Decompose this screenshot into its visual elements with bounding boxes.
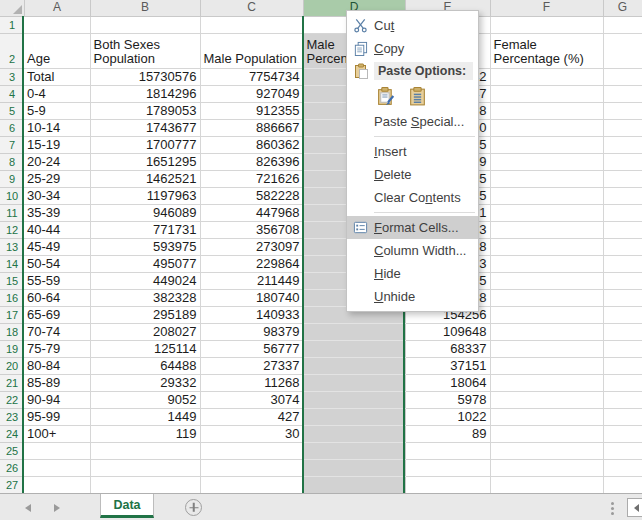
scroll-left-button[interactable] <box>627 498 642 517</box>
cell-G15[interactable] <box>603 272 642 289</box>
cell-G21[interactable] <box>603 374 642 391</box>
cell-C16[interactable]: 180740 <box>200 289 303 306</box>
cell-A6[interactable]: 10-14 <box>24 119 90 136</box>
cell-G19[interactable] <box>603 340 642 357</box>
sheet-nav-previous-icon[interactable] <box>25 504 31 512</box>
cell-B10[interactable]: 1197963 <box>90 187 200 204</box>
cell-F13[interactable] <box>490 238 603 255</box>
cell-A19[interactable]: 75-79 <box>24 340 90 357</box>
cell-A18[interactable]: 70-74 <box>24 323 90 340</box>
cell-A20[interactable]: 80-84 <box>24 357 90 374</box>
cell-G6[interactable] <box>603 119 642 136</box>
cell-G5[interactable] <box>603 102 642 119</box>
cell-C13[interactable]: 273097 <box>200 238 303 255</box>
add-sheet-button[interactable] <box>185 499 202 516</box>
cell-C27[interactable] <box>200 476 303 493</box>
cell-G14[interactable] <box>603 255 642 272</box>
cell-B12[interactable]: 771731 <box>90 221 200 238</box>
cell-C23[interactable]: 427 <box>200 408 303 425</box>
paste-values-button[interactable] <box>405 84 429 108</box>
cell-G1[interactable] <box>603 16 642 33</box>
row-header-17[interactable]: 17 <box>0 306 24 323</box>
cell-D18[interactable] <box>303 323 405 340</box>
cell-A1[interactable] <box>24 16 90 33</box>
row-header-18[interactable]: 18 <box>0 323 24 340</box>
cell-F2[interactable]: Female Percentage (%) <box>490 33 603 68</box>
row-header-26[interactable]: 26 <box>0 459 24 476</box>
cell-C15[interactable]: 211449 <box>200 272 303 289</box>
cell-C9[interactable]: 721626 <box>200 170 303 187</box>
row-header-15[interactable]: 15 <box>0 272 24 289</box>
cell-C19[interactable]: 56777 <box>200 340 303 357</box>
row-header-27[interactable]: 27 <box>0 476 24 493</box>
cell-F23[interactable] <box>490 408 603 425</box>
cell-G25[interactable] <box>603 442 642 459</box>
cell-C6[interactable]: 886667 <box>200 119 303 136</box>
cell-A13[interactable]: 45-49 <box>24 238 90 255</box>
menu-item-hide[interactable]: Hide <box>347 262 478 285</box>
cell-A3[interactable]: Total <box>24 68 90 85</box>
cell-F7[interactable] <box>490 136 603 153</box>
row-header-6[interactable]: 6 <box>0 119 24 136</box>
cell-C10[interactable]: 582228 <box>200 187 303 204</box>
cell-A7[interactable]: 15-19 <box>24 136 90 153</box>
cell-B13[interactable]: 593975 <box>90 238 200 255</box>
row-header-13[interactable]: 13 <box>0 238 24 255</box>
cell-B25[interactable] <box>90 442 200 459</box>
select-all-corner[interactable] <box>0 0 24 16</box>
cell-E21[interactable]: 18064 <box>405 374 490 391</box>
cell-G20[interactable] <box>603 357 642 374</box>
cell-G22[interactable] <box>603 391 642 408</box>
cell-F18[interactable] <box>490 323 603 340</box>
cell-B1[interactable] <box>90 16 200 33</box>
cell-G23[interactable] <box>603 408 642 425</box>
cell-F20[interactable] <box>490 357 603 374</box>
cell-D23[interactable] <box>303 408 405 425</box>
cell-C11[interactable]: 447968 <box>200 204 303 221</box>
cell-C25[interactable] <box>200 442 303 459</box>
row-header-20[interactable]: 20 <box>0 357 24 374</box>
cell-C14[interactable]: 229864 <box>200 255 303 272</box>
cell-C22[interactable]: 3074 <box>200 391 303 408</box>
cell-B17[interactable]: 295189 <box>90 306 200 323</box>
cell-B15[interactable]: 449024 <box>90 272 200 289</box>
row-header-24[interactable]: 24 <box>0 425 24 442</box>
cell-E27[interactable] <box>405 476 490 493</box>
cell-F24[interactable] <box>490 425 603 442</box>
cell-E24[interactable]: 89 <box>405 425 490 442</box>
row-header-7[interactable]: 7 <box>0 136 24 153</box>
cell-B2[interactable]: Both Sexes Population <box>90 33 200 68</box>
cell-A17[interactable]: 65-69 <box>24 306 90 323</box>
cell-E22[interactable]: 5978 <box>405 391 490 408</box>
cell-B24[interactable]: 119 <box>90 425 200 442</box>
cell-D25[interactable] <box>303 442 405 459</box>
cell-F14[interactable] <box>490 255 603 272</box>
cell-E19[interactable]: 68337 <box>405 340 490 357</box>
cell-D22[interactable] <box>303 391 405 408</box>
cell-F11[interactable] <box>490 204 603 221</box>
row-header-21[interactable]: 21 <box>0 374 24 391</box>
cell-C5[interactable]: 912355 <box>200 102 303 119</box>
cell-G10[interactable] <box>603 187 642 204</box>
cell-B4[interactable]: 1814296 <box>90 85 200 102</box>
cell-F25[interactable] <box>490 442 603 459</box>
menu-item-unhide[interactable]: Unhide <box>347 285 478 308</box>
row-header-23[interactable]: 23 <box>0 408 24 425</box>
column-header-a[interactable]: A <box>24 0 90 16</box>
cell-E23[interactable]: 1022 <box>405 408 490 425</box>
sheet-tab-data[interactable]: Data <box>100 494 154 518</box>
menu-item-column-width[interactable]: Column Width... <box>347 239 478 262</box>
cell-B16[interactable]: 382328 <box>90 289 200 306</box>
cell-A4[interactable]: 0-4 <box>24 85 90 102</box>
cell-C18[interactable]: 98379 <box>200 323 303 340</box>
cell-G24[interactable] <box>603 425 642 442</box>
cell-F17[interactable] <box>490 306 603 323</box>
cell-A14[interactable]: 50-54 <box>24 255 90 272</box>
cell-E20[interactable]: 37151 <box>405 357 490 374</box>
menu-item-copy[interactable]: Copy <box>347 37 478 60</box>
cell-C8[interactable]: 826396 <box>200 153 303 170</box>
menu-item-insert[interactable]: Insert <box>347 140 478 163</box>
cell-E25[interactable] <box>405 442 490 459</box>
cell-F8[interactable] <box>490 153 603 170</box>
column-header-c[interactable]: C <box>200 0 303 16</box>
